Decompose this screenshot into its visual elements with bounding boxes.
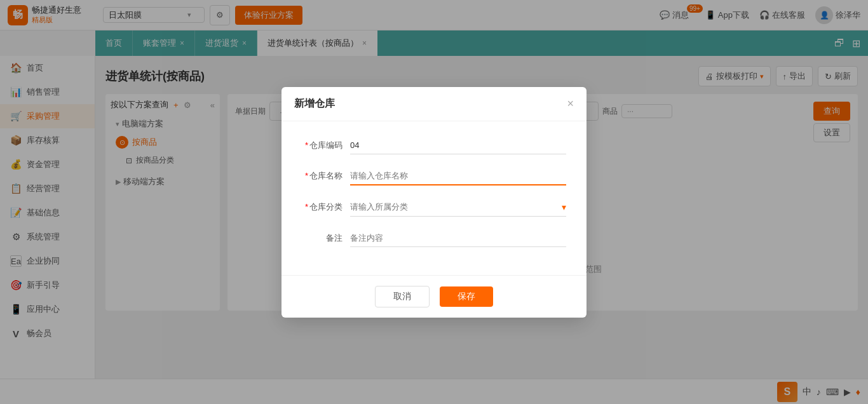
warehouse-category-label: 仓库分类	[302, 201, 342, 213]
warehouse-category-row: 仓库分类 ▾	[302, 198, 566, 217]
warehouse-name-label: 仓库名称	[302, 170, 342, 182]
warehouse-name-row: 仓库名称	[302, 167, 566, 185]
warehouse-name-input[interactable]	[350, 167, 566, 185]
modal-close-button[interactable]: ×	[567, 98, 574, 109]
modal-footer: 取消 保存	[281, 275, 587, 318]
warehouse-code-row: 仓库编码	[302, 137, 566, 154]
modal-overlay: 新增仓库 × 仓库编码 仓库名称 仓库分类 ▾	[0, 0, 868, 404]
warehouse-code-input[interactable]	[350, 137, 566, 154]
warehouse-category-input[interactable]	[350, 202, 562, 212]
add-warehouse-modal: 新增仓库 × 仓库编码 仓库名称 仓库分类 ▾	[281, 87, 587, 318]
modal-body: 仓库编码 仓库名称 仓库分类 ▾ 备注	[281, 121, 587, 275]
category-dropdown-arrow: ▾	[562, 202, 566, 212]
warehouse-remark-input[interactable]	[350, 229, 566, 247]
modal-header: 新增仓库 ×	[281, 87, 587, 121]
warehouse-remark-label: 备注	[302, 232, 342, 244]
cancel-button[interactable]: 取消	[375, 286, 430, 307]
warehouse-code-label: 仓库编码	[302, 140, 342, 151]
modal-title: 新增仓库	[294, 97, 335, 111]
warehouse-category-wrapper[interactable]: ▾	[350, 198, 566, 217]
warehouse-remark-row: 备注	[302, 229, 566, 247]
save-button[interactable]: 保存	[440, 286, 493, 307]
